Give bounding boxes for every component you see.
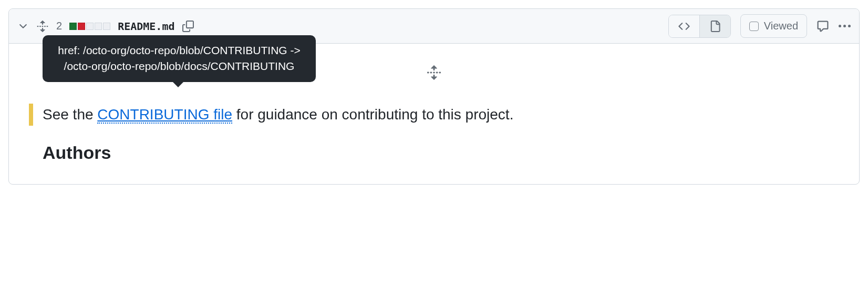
href-diff-tooltip: href: /octo-org/octo-repo/blob/CONTRIBUT… <box>43 35 316 82</box>
view-mode-toggle <box>668 15 731 38</box>
collapse-toggle[interactable] <box>17 21 29 32</box>
change-count: 2 <box>56 20 62 32</box>
chevron-down-icon <box>17 21 29 32</box>
kebab-dot <box>848 25 851 27</box>
diffstat-neutral-block <box>86 23 94 30</box>
diff-line-changed: href: /octo-org/octo-repo/blob/CONTRIBUT… <box>9 102 859 128</box>
line-content: href: /octo-org/octo-repo/blob/CONTRIBUT… <box>43 104 513 126</box>
diffstat <box>69 23 110 30</box>
comment-button[interactable] <box>817 20 829 33</box>
text-suffix: for guidance on contributing to this pro… <box>232 106 513 123</box>
file-diff-box: 2 README.md <box>8 8 860 185</box>
diffstat-del-block <box>78 23 85 30</box>
viewed-checkbox[interactable] <box>749 22 759 31</box>
diffstat-neutral-block <box>103 23 110 30</box>
unfold-icon <box>36 20 49 33</box>
copy-icon <box>182 21 194 32</box>
kebab-dot <box>839 25 841 27</box>
code-icon <box>678 21 690 32</box>
viewed-toggle[interactable]: Viewed <box>740 14 807 38</box>
authors-heading: Authors <box>9 128 859 163</box>
file-icon <box>709 21 721 32</box>
expand-file-button[interactable] <box>36 20 49 33</box>
comment-icon <box>817 20 829 33</box>
kebab-dot <box>843 25 846 27</box>
file-actions-menu[interactable] <box>839 25 851 27</box>
file-header-left: 2 README.md <box>17 20 194 33</box>
copy-path-button[interactable] <box>182 21 194 32</box>
change-marker <box>29 104 33 126</box>
file-header-right: Viewed <box>668 14 851 38</box>
file-body: href: /octo-org/octo-repo/blob/CONTRIBUT… <box>9 44 859 184</box>
filename[interactable]: README.md <box>118 20 174 33</box>
unfold-icon <box>426 65 442 80</box>
diffstat-add-block <box>69 23 77 30</box>
contributing-link[interactable]: CONTRIBUTING file <box>97 106 232 124</box>
text-prefix: See the <box>43 106 97 123</box>
viewed-label: Viewed <box>764 20 798 32</box>
rendered-view-button[interactable] <box>699 15 730 37</box>
source-view-button[interactable] <box>669 15 699 37</box>
diffstat-neutral-block <box>95 23 102 30</box>
